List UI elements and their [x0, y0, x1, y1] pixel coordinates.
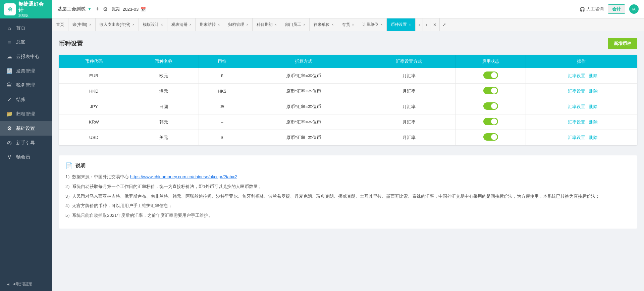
tab-label: 存货	[342, 22, 350, 28]
tab-close-icon[interactable]: ×	[332, 23, 334, 27]
delete-link[interactable]: 删除	[589, 89, 598, 94]
tab-period[interactable]: 账(中期) ×	[68, 18, 96, 31]
sidebar-item-member[interactable]: V 畅会员	[0, 150, 52, 164]
tab-archive[interactable]: 归档管理 ×	[224, 18, 253, 31]
tab-taxbook[interactable]: 税表清册 ×	[167, 18, 196, 31]
tab-subject[interactable]: 科目期初 ×	[253, 18, 281, 31]
cell-calc: 原币*汇率=本位币	[245, 130, 362, 145]
enable-toggle[interactable]	[483, 133, 498, 141]
delete-link[interactable]: 删除	[589, 135, 598, 140]
tab-close-icon[interactable]: ×	[409, 23, 411, 27]
cell-code: KRW	[59, 114, 129, 130]
sidebar-item-label: 结账	[16, 97, 25, 103]
page-header: 币种设置 新增币种	[59, 38, 637, 49]
logo-icon: 会	[4, 3, 16, 15]
company-selector[interactable]: 基层工会测试 ▼	[57, 6, 92, 12]
cell-code: HKD	[59, 84, 129, 99]
delete-link[interactable]: 删除	[589, 119, 598, 125]
tab-unit[interactable]: 计量单位 ×	[358, 18, 387, 31]
sidebar-item-archive[interactable]: 📁 归档管理	[0, 107, 52, 121]
tab-close-icon[interactable]: ×	[89, 23, 91, 27]
sidebar-item-settings[interactable]: ⚙ 基础设置	[0, 121, 52, 136]
tab-dept[interactable]: 部门员工 ×	[281, 18, 310, 31]
delete-link[interactable]: 删除	[589, 73, 598, 78]
tab-prev-button[interactable]: ‹	[415, 18, 423, 31]
tab-inventory[interactable]: 存货 ×	[338, 18, 359, 31]
new-currency-button[interactable]: 新增币种	[608, 38, 637, 49]
cell-rate-type: 月汇率	[362, 99, 456, 114]
cell-name: 港元	[129, 84, 199, 99]
tab-template[interactable]: 模版设计 ×	[139, 18, 167, 31]
tab-label: 首页	[56, 22, 64, 28]
tab-close-icon[interactable]: ×	[380, 23, 382, 27]
notes-title-text: 说明	[75, 163, 86, 169]
tab-period-close[interactable]: 期末结转 ×	[196, 18, 224, 31]
tab-close-icon[interactable]: ×	[275, 23, 277, 27]
tab-close-all-button[interactable]: ✕	[430, 18, 439, 31]
rate-setting-link[interactable]: 汇率设置	[568, 119, 585, 125]
tab-label: 期末结转	[200, 22, 216, 28]
sidebar-item-reports[interactable]: ☁ 云报表中心	[0, 49, 52, 64]
col-header-name: 币种名称	[129, 55, 199, 68]
notes-list: 1）数据来源：中国外汇交易中心 https://www.chinamoney.c…	[65, 174, 631, 219]
tab-home[interactable]: 首页	[52, 18, 68, 31]
sidebar-item-home[interactable]: ⌂ 首页	[0, 21, 52, 35]
add-tab-button[interactable]: +	[96, 6, 99, 13]
tab-label: 科目期初	[257, 22, 273, 28]
invoice-icon: 🧾	[6, 68, 13, 74]
rate-setting-link[interactable]: 汇率设置	[568, 104, 585, 109]
sidebar-pin-toggle[interactable]: ◄ ◄取消固定	[0, 277, 52, 291]
tab-close-icon[interactable]: ×	[218, 23, 220, 27]
company-name: 基层工会测试	[57, 6, 86, 12]
tab-customer[interactable]: 往来单位 ×	[310, 18, 338, 31]
user-avatar[interactable]: iA	[629, 4, 639, 14]
cell-code: EUR	[59, 68, 129, 84]
calendar-icon: 📅	[141, 7, 146, 12]
cell-status	[456, 99, 526, 114]
tab-next-button[interactable]: ›	[423, 18, 430, 31]
tab-bar: 首页 账(中期) × 收入支出表(年报) × 模版设计 × 税表清册 × 期末结…	[52, 18, 644, 31]
main-content: 币种设置 新增币种 币种代码 币种名称 币符 折算方式 汇率设置方式 启用状态 …	[52, 31, 644, 291]
notes-icon: 📄	[65, 162, 73, 169]
enable-toggle[interactable]	[483, 118, 498, 125]
sidebar-item-invoice[interactable]: 🧾 发票管理	[0, 64, 52, 78]
sidebar-item-ledger[interactable]: ≡ 总账	[0, 35, 52, 49]
cell-symbol: $	[199, 130, 245, 145]
cell-symbol: €	[199, 68, 245, 84]
tab-currency[interactable]: 币种设置 ×	[387, 18, 415, 31]
sidebar: 会 畅捷通好会计 旗舰版 ⌂ 首页 ≡ 总账 ☁ 云报表中心 🧾 发票管理 🏛 …	[0, 0, 52, 291]
tab-label: 账(中期)	[72, 22, 87, 28]
home-icon: ⌂	[6, 25, 13, 31]
sidebar-item-guide[interactable]: ◎ 新手引导	[0, 136, 52, 150]
tab-close-icon[interactable]: ×	[132, 23, 135, 27]
tab-expand-button[interactable]: ⤢	[439, 18, 449, 31]
period-selector[interactable]: 账期 2023-03 📅	[112, 6, 146, 12]
cell-rate-type: 月汇率	[362, 84, 456, 99]
rate-setting-link[interactable]: 汇率设置	[568, 135, 585, 140]
rate-setting-link[interactable]: 汇率设置	[568, 73, 585, 78]
enable-toggle[interactable]	[483, 71, 498, 79]
delete-link[interactable]: 删除	[589, 104, 598, 109]
tab-income[interactable]: 收入支出表(年报) ×	[96, 18, 139, 31]
logo-text: 畅捷通好会计	[18, 1, 48, 13]
sidebar-item-label: 税务管理	[16, 82, 35, 88]
tab-close-icon[interactable]: ×	[190, 23, 192, 27]
currency-table: 币种代码 币种名称 币符 折算方式 汇率设置方式 启用状态 操作 EUR 欧元 …	[59, 55, 637, 145]
tab-label: 计量单位	[362, 22, 378, 28]
cell-calc: 原币*汇率=本位币	[245, 99, 362, 114]
tab-close-icon[interactable]: ×	[246, 23, 248, 27]
enable-toggle[interactable]	[483, 87, 498, 94]
cell-status	[456, 84, 526, 99]
tab-close-icon[interactable]: ×	[303, 23, 305, 27]
sidebar-item-tax[interactable]: 🏛 税务管理	[0, 78, 52, 92]
settings-gear-icon[interactable]: ⚙	[103, 6, 108, 12]
col-header-symbol: 币符	[199, 55, 245, 68]
enable-toggle[interactable]	[483, 102, 498, 110]
service-button[interactable]: 🎧 人工咨询	[580, 6, 604, 12]
notes-link[interactable]: https://www.chinamoney.com.cn/chinese/bk…	[130, 174, 237, 179]
rate-setting-link[interactable]: 汇率设置	[568, 89, 585, 94]
sidebar-item-close[interactable]: ✓ 结账	[0, 92, 52, 107]
tab-close-icon[interactable]: ×	[352, 23, 354, 27]
tab-close-icon[interactable]: ×	[161, 23, 163, 27]
kuaiji-button[interactable]: 会计	[608, 4, 625, 14]
